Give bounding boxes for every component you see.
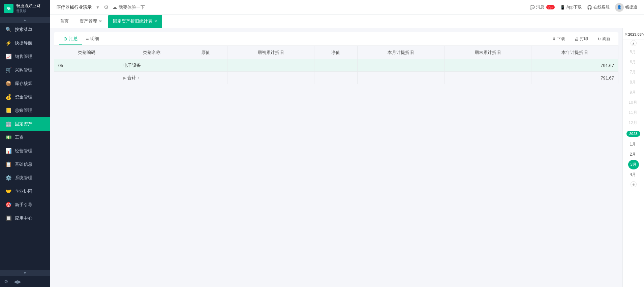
month-12[interactable]: 12月	[624, 118, 642, 128]
sidebar-item-label: 固定资产	[15, 121, 32, 127]
sidebar-item-label: 新手引导	[15, 202, 32, 208]
inner-tabbar: ⊙ 汇总 ≡ 明细 ⬇ 下载 🖨 打印	[54, 32, 618, 46]
month-9[interactable]: 9月	[624, 88, 642, 97]
month-10[interactable]: 10月	[624, 98, 642, 107]
cell-ending-accumulated	[444, 59, 531, 72]
content-area: ⊙ 汇总 ≡ 明细 ⬇ 下载 🖨 打印	[50, 28, 644, 287]
settings-icon[interactable]: ⚙	[4, 279, 8, 284]
inner-tab-summary[interactable]: ⊙ 汇总	[59, 33, 82, 45]
tab-home[interactable]: 首页	[55, 15, 73, 28]
date-section-2023: 2023 1月 2月 3月 4月	[623, 128, 644, 180]
month-8[interactable]: 8月	[624, 77, 642, 87]
scroll-down-circle[interactable]: ⊗	[631, 181, 637, 187]
sidebar-item-system[interactable]: ⚙️ 系统管理	[0, 171, 50, 185]
sidebar-item-label: 快捷导航	[15, 40, 32, 46]
tab-fixed-asset-depreciation[interactable]: 固定资产折旧统计表 ✕	[108, 15, 162, 28]
download-icon: ⬇	[552, 37, 556, 41]
app-download-label: App下载	[566, 4, 582, 10]
date-panel-close-icon[interactable]: ✕	[624, 32, 628, 37]
sidebar-item-enterprise[interactable]: 🤝 企业协同	[0, 185, 50, 198]
main-area: 医疗器械行业演示 ▼ ⚙ ☁ 我要体验一下 💬 消息 99+ 📱 App下载 🎧…	[50, 0, 644, 287]
tab-fixed-asset-close[interactable]: ✕	[154, 19, 157, 24]
print-button[interactable]: 🖨 打印	[572, 35, 591, 43]
user-info[interactable]: 👤 畅捷通	[615, 3, 637, 12]
sidebar-item-guide[interactable]: 🎯 新手引导	[0, 198, 50, 212]
cell-original	[184, 59, 227, 72]
cloud-icon: ☁	[113, 5, 117, 10]
message-button[interactable]: 💬 消息 99+	[530, 4, 555, 10]
app-subtitle: 普及版	[16, 9, 40, 13]
tab-asset-mgmt[interactable]: 资产管理 ✕	[75, 15, 107, 28]
operations-icon: 📊	[5, 148, 11, 154]
user-name: 畅捷通	[625, 4, 637, 10]
message-label: 消息	[536, 4, 544, 10]
refresh-button[interactable]: ↻ 刷新	[595, 35, 613, 43]
avatar: 👤	[615, 3, 624, 12]
app-title-group: 畅捷通好业财 普及版	[16, 3, 40, 13]
cell-net-value	[314, 59, 357, 72]
sidebar-item-purchase[interactable]: 🛒 采购管理	[0, 63, 50, 77]
total-empty	[54, 72, 119, 84]
month-3-active[interactable]: 3月	[628, 160, 639, 169]
month-6[interactable]: 6月	[624, 57, 642, 67]
sidebar-item-finance[interactable]: 💰 资金管理	[0, 90, 50, 104]
sidebar-scroll-up[interactable]: ▲	[0, 17, 50, 23]
col-net-value: 净值	[314, 46, 357, 59]
tab-fixed-asset-label: 固定资产折旧统计表	[113, 18, 152, 24]
month-5[interactable]: 5月	[624, 47, 642, 57]
app-download-button[interactable]: 📱 App下载	[560, 4, 582, 10]
col-name: 类别名称	[119, 46, 184, 59]
summary-icon: ⊙	[63, 36, 67, 41]
depreciation-table: 类别编码 类别名称 原值 期初累计折旧 净值 本月计提折旧 期末累计折旧 本年计…	[54, 46, 618, 84]
sidebar-item-label: 经营管理	[15, 148, 32, 154]
guide-icon: 🎯	[5, 202, 11, 208]
sidebar-item-operations[interactable]: 📊 经营管理	[0, 144, 50, 158]
sidebar-item-label: 采购管理	[15, 67, 32, 73]
month-1[interactable]: 1月	[624, 139, 642, 149]
sidebar-item-search[interactable]: 🔍 搜索菜单	[0, 23, 50, 36]
month-2[interactable]: 2月	[624, 150, 642, 159]
month-7[interactable]: 7月	[624, 67, 642, 77]
salary-icon: 💵	[5, 134, 11, 140]
system-icon: ⚙️	[5, 175, 11, 181]
sidebar-item-basic-info[interactable]: 📋 基础信息	[0, 158, 50, 171]
sidebar-item-ledger[interactable]: 📒 总账管理	[0, 104, 50, 117]
total-label: ▶ 合计：	[119, 72, 184, 84]
scroll-up-circle[interactable]: ▲	[631, 40, 637, 46]
toolbar-right: ⬇ 下载 🖨 打印 ↻ 刷新	[550, 35, 613, 43]
print-icon: 🖨	[575, 37, 579, 41]
inner-tab-detail[interactable]: ≡ 明细	[82, 33, 103, 45]
sidebar-item-sales[interactable]: 📈 销售管理	[0, 50, 50, 63]
experience-button[interactable]: ☁ 我要体验一下	[113, 4, 145, 10]
sidebar-item-app-center[interactable]: 🔲 应用中心	[0, 212, 50, 225]
cell-monthly	[357, 59, 444, 72]
tab-asset-mgmt-close[interactable]: ✕	[99, 19, 102, 24]
total-original	[184, 72, 227, 84]
download-label: 下载	[557, 36, 565, 42]
date-panel-expand-icon[interactable]: ⤡	[642, 32, 644, 37]
sidebar-item-label: 资金管理	[15, 94, 32, 100]
table-wrapper: 类别编码 类别名称 原值 期初累计折旧 净值 本月计提折旧 期末累计折旧 本年计…	[54, 46, 618, 84]
month-11[interactable]: 11月	[624, 108, 642, 118]
sidebar-item-quick-nav[interactable]: ⚡ 快捷导航	[0, 36, 50, 50]
total-ending-accumulated	[444, 72, 531, 84]
collapse-icon[interactable]: ◀▶	[14, 279, 21, 284]
inventory-icon: 📦	[5, 81, 11, 87]
phone-icon: 📱	[560, 5, 565, 10]
sidebar-item-fixed-assets[interactable]: 🏢 固定资产	[0, 117, 50, 131]
sidebar-item-salary[interactable]: 💵 工资	[0, 131, 50, 144]
year-2023-label: 2023	[626, 131, 640, 137]
topbar-settings-icon[interactable]: ⚙	[104, 4, 109, 10]
month-4[interactable]: 4月	[624, 170, 642, 180]
headset-icon: 🎧	[587, 5, 592, 10]
app-center-icon: 🔲	[5, 215, 11, 221]
download-button[interactable]: ⬇ 下载	[550, 35, 568, 43]
col-monthly: 本月计提折旧	[357, 46, 444, 59]
fixed-assets-icon: 🏢	[5, 121, 11, 127]
sidebar-item-inventory[interactable]: 📦 库存核算	[0, 77, 50, 90]
detail-icon: ≡	[86, 36, 89, 41]
company-dropdown-icon[interactable]: ▼	[96, 5, 100, 10]
sidebar-item-label: 应用中心	[15, 215, 32, 221]
customer-service-button[interactable]: 🎧 在线客服	[587, 4, 610, 10]
sidebar-scroll-down[interactable]: ▼	[0, 270, 50, 276]
